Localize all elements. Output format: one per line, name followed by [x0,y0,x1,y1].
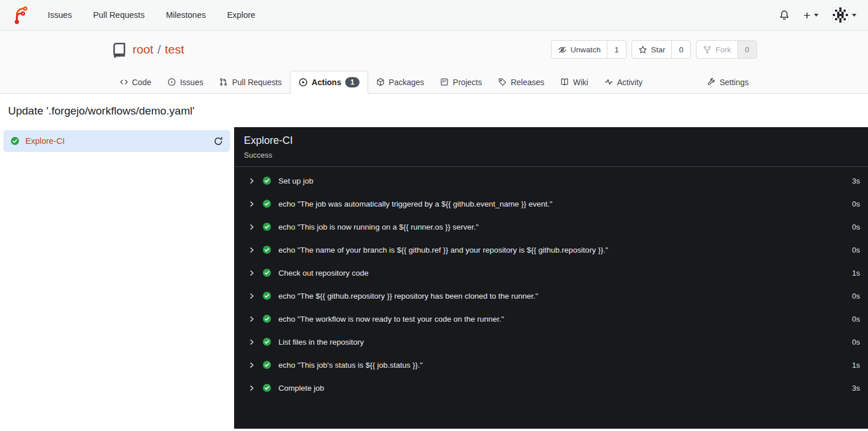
repo-action-buttons: Unwatch 1 Star 0 [551,40,757,59]
eye-slash-icon [558,45,567,54]
step-row[interactable]: echo "The workflow is now ready to test … [234,307,868,330]
step-row[interactable]: echo "The job was automatically triggere… [234,192,868,215]
step-duration: 0s [852,246,860,254]
step-success-icon [262,268,273,277]
tab-code[interactable]: Code [112,71,159,93]
repo-owner-link[interactable]: root [133,43,154,56]
repo-title-row: root / test Unwatch 1 [112,40,757,59]
step-name: echo "This job is now running on a ${{ r… [278,223,846,231]
fork-button[interactable]: Fork 0 [696,40,757,59]
plus-icon: + [804,9,810,21]
star-count[interactable]: 0 [671,41,690,58]
tool-icon [707,78,716,86]
step-duration: 1s [852,361,860,369]
steps-list: Set up job 3s echo "The job was automati… [234,167,868,399]
pulse-icon [605,78,613,86]
avatar [832,7,848,23]
tab-issues[interactable]: Issues [159,71,211,93]
nav-issues[interactable]: Issues [48,10,72,20]
tab-label: Releases [511,78,544,87]
navbar-right: + [779,7,856,23]
step-row[interactable]: echo "The ${{ github.repository }} repos… [234,284,868,307]
jobs-sidebar: Explore-CI [0,127,234,430]
repo-tabs: Code Issues Pull Requests Actions [112,70,757,93]
issue-icon [167,78,176,86]
star-icon [638,45,647,54]
tab-pull-requests[interactable]: Pull Requests [211,71,289,93]
step-duration: 0s [852,338,860,346]
watch-count[interactable]: 1 [607,41,626,58]
chevron-right-icon [248,292,257,300]
tab-projects[interactable]: Projects [432,71,490,93]
fork-label: Fork [716,45,731,54]
tab-label: Activity [617,78,643,87]
step-success-icon [262,291,273,300]
step-row[interactable]: Complete job 3s [234,376,868,399]
repo-path-separator: / [158,43,161,56]
chevron-right-icon [248,338,257,346]
chevron-right-icon [248,384,257,392]
nav-explore[interactable]: Explore [227,10,255,20]
step-row[interactable]: List files in the repository 0s [234,330,868,353]
step-duration: 3s [852,384,860,392]
pull-request-icon [219,78,228,86]
step-name: echo "The job was automatically triggere… [278,200,846,208]
step-name: Complete job [278,384,846,392]
tag-icon [498,78,507,86]
step-row[interactable]: echo "The name of your branch is ${{ git… [234,238,868,261]
top-navbar: Issues Pull Requests Milestones Explore … [0,0,868,30]
job-name: Explore-CI [25,136,65,146]
code-icon [120,78,128,86]
forgejo-logo[interactable] [12,6,29,24]
star-button[interactable]: Star 0 [632,40,691,59]
book-open-icon [560,78,569,86]
tab-label: Issues [180,78,203,87]
tab-packages[interactable]: Packages [368,71,432,93]
tab-activity[interactable]: Activity [596,71,651,93]
create-new-button[interactable]: + [804,9,819,21]
page-title: Update '.forgejo/workflows/demo.yaml' [0,94,868,117]
step-name: echo "The ${{ github.repository }} repos… [278,292,846,300]
step-success-icon [262,383,273,392]
actions-run-page: Update '.forgejo/workflows/demo.yaml' Ex… [0,94,868,430]
tab-actions[interactable]: Actions 1 [290,71,368,94]
chevron-right-icon [248,269,257,277]
rerun-sync-icon[interactable] [213,136,223,146]
run-status: Success [244,151,858,159]
run-job-title: Explore-CI [244,135,858,147]
user-menu-button[interactable] [832,7,856,23]
play-circle-icon [299,78,308,87]
nav-pull-requests[interactable]: Pull Requests [93,10,144,20]
step-duration: 1s [852,269,860,277]
tab-label: Packages [389,78,424,87]
step-name: echo "The workflow is now ready to test … [278,315,846,323]
nav-milestones[interactable]: Milestones [166,10,205,20]
step-name: Set up job [278,177,846,185]
notifications-button[interactable] [779,10,790,21]
tab-label: Wiki [573,78,588,87]
job-item-explore-ci[interactable]: Explore-CI [3,130,230,152]
tab-releases[interactable]: Releases [490,71,552,93]
run-log-panel: Explore-CI Success Set up job 3s echo "T… [234,127,868,429]
unwatch-button[interactable]: Unwatch 1 [551,40,626,59]
tab-wiki[interactable]: Wiki [552,71,596,93]
chevron-right-icon [248,200,257,208]
step-row[interactable]: echo "This job's status is ${{ job.statu… [234,353,868,376]
step-success-icon [262,222,273,231]
tab-settings[interactable]: Settings [699,71,757,93]
step-success-icon [262,176,273,185]
step-row[interactable]: echo "This job is now running on a ${{ r… [234,215,868,238]
chevron-right-icon [248,177,257,185]
fork-count[interactable]: 0 [737,41,756,58]
step-row[interactable]: Check out repository code 1s [234,261,868,284]
step-row[interactable]: Set up job 3s [234,169,868,192]
step-duration: 0s [852,292,860,300]
step-duration: 0s [852,315,860,323]
step-success-icon [262,314,273,323]
repo-name-link[interactable]: test [165,43,185,56]
package-icon [376,78,385,86]
main-nav: Issues Pull Requests Milestones Explore [48,10,255,20]
step-duration: 0s [852,223,860,231]
project-board-icon [440,78,449,86]
chevron-right-icon [248,315,257,323]
